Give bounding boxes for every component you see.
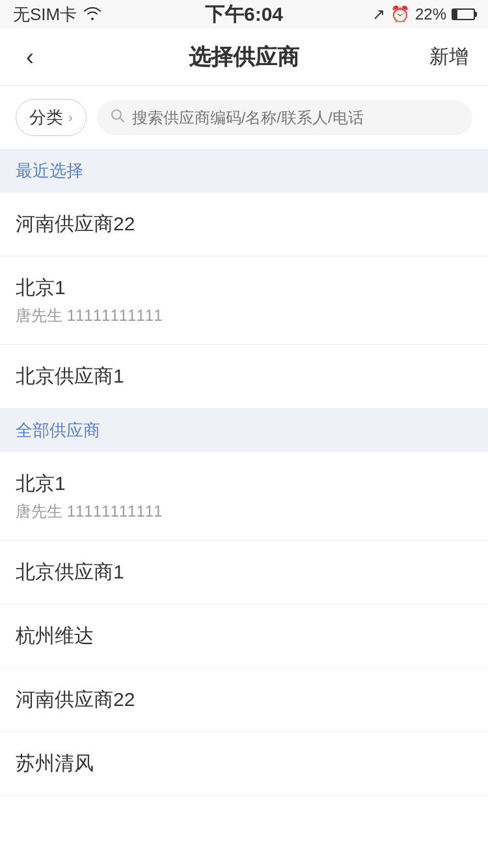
item-name: 北京1 xyxy=(16,470,472,497)
alarm-icon: ⏰ xyxy=(390,5,410,23)
location-icon: ↗ xyxy=(372,5,385,23)
item-sub: 唐先生 11111111111 xyxy=(16,501,472,522)
list-item[interactable]: 河南供应商22 xyxy=(0,193,488,256)
list-item[interactable]: 杭州维达 xyxy=(0,604,488,668)
list-item[interactable]: 北京1唐先生 11111111111 xyxy=(0,256,488,345)
search-input[interactable] xyxy=(132,109,459,127)
carrier-text: 无SIM卡 xyxy=(13,3,77,26)
list-item[interactable]: 北京供应商1 xyxy=(0,541,488,604)
recent-items-list: 河南供应商22北京1唐先生 11111111111北京供应商1 xyxy=(0,193,488,409)
svg-line-1 xyxy=(120,118,124,122)
page-title: 选择供应商 xyxy=(189,42,299,72)
status-bar: 无SIM卡 下午6:04 ↗ ⏰ 22% xyxy=(0,0,488,29)
all-section-header: 全部供应商 xyxy=(0,409,488,452)
status-time: 下午6:04 xyxy=(205,1,283,28)
item-name: 北京供应商1 xyxy=(16,559,472,586)
status-left: 无SIM卡 xyxy=(13,3,102,26)
item-name: 北京供应商1 xyxy=(16,363,472,390)
list-item[interactable]: 北京1唐先生 11111111111 xyxy=(0,452,488,541)
recent-section-header: 最近选择 xyxy=(0,149,488,193)
item-name: 河南供应商22 xyxy=(16,211,472,237)
status-right: ↗ ⏰ 22% xyxy=(372,5,475,23)
battery-text: 22% xyxy=(415,5,446,23)
list-item[interactable]: 北京供应商1 xyxy=(0,345,488,409)
list-item[interactable]: 苏州清风 xyxy=(0,732,488,796)
add-button[interactable]: 新增 xyxy=(429,44,468,70)
search-box xyxy=(97,100,472,135)
item-name: 河南供应商22 xyxy=(16,686,472,713)
wifi-icon xyxy=(83,5,102,25)
item-name: 苏州清风 xyxy=(16,750,472,777)
item-name: 北京1 xyxy=(16,275,472,301)
item-name: 杭州维达 xyxy=(16,623,472,649)
all-items-list: 北京1唐先生 11111111111北京供应商1杭州维达河南供应商22苏州清风 xyxy=(0,452,488,796)
item-sub: 唐先生 11111111111 xyxy=(16,305,472,326)
category-label: 分类 xyxy=(29,106,63,129)
back-button[interactable]: ‹ xyxy=(20,37,40,77)
search-icon xyxy=(110,108,126,128)
list-item[interactable]: 河南供应商22 xyxy=(0,668,488,732)
category-filter-button[interactable]: 分类 › xyxy=(16,99,87,136)
chevron-right-icon: › xyxy=(68,110,73,125)
battery-icon xyxy=(452,8,475,20)
nav-bar: ‹ 选择供应商 新增 xyxy=(0,29,488,86)
search-row: 分类 › xyxy=(0,86,488,149)
